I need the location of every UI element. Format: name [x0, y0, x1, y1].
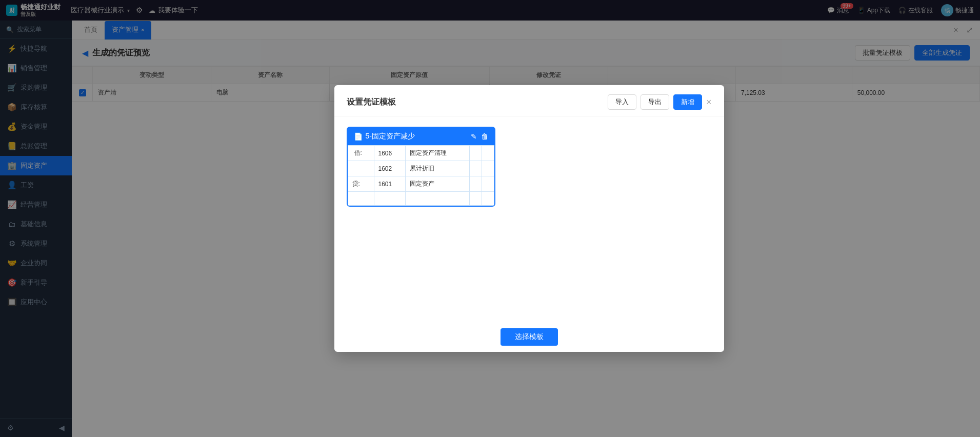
template-empty-0 — [348, 192, 374, 206]
modal-body: 📄 5-固定资产减少 ✎ 🗑 借: 1606 固定资产清理 — [334, 116, 724, 322]
template-card-actions: ✎ 🗑 — [471, 132, 488, 141]
template-row-2-debit — [469, 176, 482, 192]
template-row-2-type: 贷: — [348, 176, 374, 192]
template-row-1-type — [348, 161, 374, 176]
template-card: 📄 5-固定资产减少 ✎ 🗑 借: 1606 固定资产清理 — [347, 127, 495, 207]
modal-footer: 选择模板 — [334, 322, 724, 352]
template-row-1-code: 1602 — [374, 161, 405, 176]
template-table: 借: 1606 固定资产清理 1602 累计折旧 — [348, 145, 494, 206]
template-row-0-debit — [469, 146, 482, 161]
template-card-body: 借: 1606 固定资产清理 1602 累计折旧 — [348, 145, 494, 206]
template-card-header: 📄 5-固定资产减少 ✎ 🗑 — [348, 128, 494, 145]
modal-title: 设置凭证模板 — [347, 97, 396, 108]
template-row-1-credit — [482, 161, 494, 176]
select-template-btn[interactable]: 选择模板 — [501, 328, 558, 346]
template-row-0: 借: 1606 固定资产清理 — [348, 146, 494, 161]
template-row-empty — [348, 192, 494, 206]
modal-close-btn[interactable]: × — [706, 97, 712, 107]
modal-header: 设置凭证模板 导入 导出 新增 × — [334, 85, 724, 116]
template-row-1-subject: 累计折旧 — [405, 161, 469, 176]
new-btn[interactable]: 新增 — [673, 94, 702, 110]
modal-set-voucher-template: 设置凭证模板 导入 导出 新增 × 📄 5-固定资产减少 ✎ 🗑 — [334, 85, 724, 352]
template-empty-4 — [482, 192, 494, 206]
template-row-0-subject: 固定资产清理 — [405, 146, 469, 161]
template-empty-2 — [405, 192, 469, 206]
template-row-0-code: 1606 — [374, 146, 405, 161]
template-row-1-debit — [469, 161, 482, 176]
template-delete-icon[interactable]: 🗑 — [481, 132, 488, 141]
template-doc-icon: 📄 — [354, 132, 363, 141]
template-row-2-code: 1601 — [374, 176, 405, 192]
template-card-title: 📄 5-固定资产减少 — [354, 132, 415, 141]
template-row-0-type: 借: — [348, 146, 374, 161]
template-row-2: 贷: 1601 固定资产 — [348, 176, 494, 192]
template-edit-icon[interactable]: ✎ — [471, 132, 477, 141]
import-btn[interactable]: 导入 — [608, 94, 636, 110]
template-row-2-subject: 固定资产 — [405, 176, 469, 192]
template-empty-3 — [469, 192, 482, 206]
export-btn[interactable]: 导出 — [641, 94, 669, 110]
template-row-2-credit — [482, 176, 494, 192]
template-row-0-credit — [482, 146, 494, 161]
modal-header-btns: 导入 导出 新增 × — [608, 94, 712, 110]
template-name: 5-固定资产减少 — [366, 132, 415, 141]
template-row-1: 1602 累计折旧 — [348, 161, 494, 176]
template-empty-1 — [374, 192, 405, 206]
